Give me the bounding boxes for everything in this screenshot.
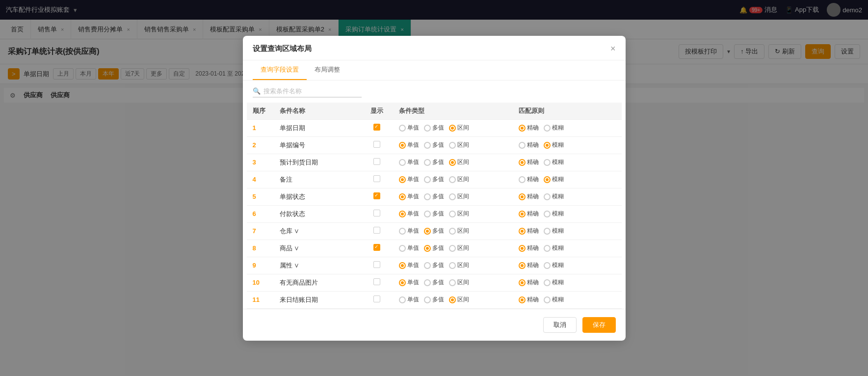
radio-single-circle (399, 262, 406, 269)
radio-fuzzy[interactable]: 模糊 (544, 295, 564, 304)
radio-multi[interactable]: 多值 (424, 192, 444, 201)
radio-fuzzy[interactable]: 模糊 (544, 141, 564, 149)
radio-exact[interactable]: 精确 (519, 210, 539, 218)
row-show-checkbox[interactable] (373, 141, 380, 148)
radio-exact[interactable]: 精确 (519, 278, 539, 287)
radio-range[interactable]: 区间 (449, 141, 469, 149)
modal-close-btn[interactable]: × (610, 44, 616, 54)
radio-range[interactable]: 区间 (449, 175, 469, 184)
radio-single[interactable]: 单值 (399, 227, 419, 235)
save-btn[interactable]: 保存 (582, 317, 616, 333)
radio-range-circle (449, 245, 456, 252)
row-show-checkbox[interactable] (373, 124, 380, 131)
radio-single[interactable]: 单值 (399, 278, 419, 287)
radio-exact[interactable]: 精确 (519, 141, 539, 149)
row-show-checkbox[interactable] (373, 210, 380, 216)
radio-exact[interactable]: 精确 (519, 295, 539, 304)
radio-range-circle (449, 296, 456, 303)
search-input[interactable] (263, 87, 362, 95)
radio-fuzzy-circle (544, 176, 551, 183)
row-show-checkbox[interactable] (373, 175, 380, 182)
row-show-checkbox[interactable] (373, 295, 380, 302)
radio-multi[interactable]: 多值 (424, 158, 444, 166)
radio-single-circle (399, 159, 406, 166)
radio-fuzzy-circle (544, 279, 551, 286)
radio-single[interactable]: 单值 (399, 244, 419, 252)
modal-tab-layout[interactable]: 布局调整 (307, 60, 348, 80)
row-show-checkbox[interactable] (373, 158, 380, 165)
radio-multi[interactable]: 多值 (424, 244, 444, 252)
row-show-checkbox[interactable] (373, 261, 380, 268)
radio-range[interactable]: 区间 (449, 192, 469, 201)
radio-exact[interactable]: 精确 (519, 227, 539, 235)
radio-single[interactable]: 单值 (399, 295, 419, 304)
radio-exact[interactable]: 精确 (519, 124, 539, 132)
radio-multi[interactable]: 多值 (424, 261, 444, 269)
row-show-checkbox-cell (361, 274, 393, 291)
radio-exact[interactable]: 精确 (519, 244, 539, 252)
radio-exact-circle (519, 228, 526, 235)
row-show-checkbox[interactable] (373, 192, 380, 199)
radio-exact[interactable]: 精确 (519, 175, 539, 184)
radio-fuzzy[interactable]: 模糊 (544, 175, 564, 184)
modal-search-section: 🔍 (243, 81, 626, 103)
modal-footer: 取消 保存 (243, 309, 626, 341)
radio-single[interactable]: 单值 (399, 124, 419, 132)
radio-multi[interactable]: 多值 (424, 124, 444, 132)
row-type-cell: 单值 多值 区间 (393, 119, 513, 136)
radio-fuzzy[interactable]: 模糊 (544, 227, 564, 235)
row-match-cell: 精确 模糊 (513, 291, 621, 308)
row-type-cell: 单值 多值 区间 (393, 171, 513, 188)
radio-range[interactable]: 区间 (449, 158, 469, 166)
row-match-cell: 精确 模糊 (513, 240, 621, 257)
radio-fuzzy[interactable]: 模糊 (544, 124, 564, 132)
radio-exact-circle (519, 125, 526, 132)
radio-fuzzy[interactable]: 模糊 (544, 158, 564, 166)
radio-single[interactable]: 单值 (399, 192, 419, 201)
radio-range[interactable]: 区间 (449, 295, 469, 304)
radio-fuzzy[interactable]: 模糊 (544, 192, 564, 201)
radio-multi[interactable]: 多值 (424, 210, 444, 218)
radio-range[interactable]: 区间 (449, 210, 469, 218)
col-header-order: 顺序 (247, 103, 274, 120)
radio-range[interactable]: 区间 (449, 278, 469, 287)
row-order: 4 (247, 171, 274, 188)
radio-multi[interactable]: 多值 (424, 295, 444, 304)
radio-single[interactable]: 单值 (399, 141, 419, 149)
row-condition-name: 单据日期 (274, 119, 361, 136)
radio-exact[interactable]: 精确 (519, 261, 539, 269)
radio-fuzzy[interactable]: 模糊 (544, 261, 564, 269)
radio-multi[interactable]: 多值 (424, 175, 444, 184)
col-header-name: 条件名称 (274, 103, 361, 120)
radio-range-circle (449, 262, 456, 269)
row-show-checkbox-cell (361, 136, 393, 154)
row-condition-name: 仓库 ∨ (274, 222, 361, 240)
radio-multi[interactable]: 多值 (424, 278, 444, 287)
radio-multi[interactable]: 多值 (424, 227, 444, 235)
radio-range[interactable]: 区间 (449, 124, 469, 132)
table-row: 11来日结账日期 单值 多值 区间 精确 (247, 291, 622, 308)
radio-exact-circle (519, 159, 526, 166)
modal-tab-query-fields[interactable]: 查询字段设置 (253, 60, 307, 80)
row-show-checkbox-cell (361, 171, 393, 188)
radio-single[interactable]: 单值 (399, 261, 419, 269)
row-show-checkbox[interactable] (373, 278, 380, 285)
radio-single[interactable]: 单值 (399, 175, 419, 184)
radio-single[interactable]: 单值 (399, 210, 419, 218)
radio-multi-circle (424, 159, 431, 166)
radio-fuzzy[interactable]: 模糊 (544, 244, 564, 252)
row-show-checkbox[interactable] (373, 244, 380, 251)
row-condition-name: 单据编号 (274, 136, 361, 154)
radio-fuzzy[interactable]: 模糊 (544, 210, 564, 218)
radio-exact[interactable]: 精确 (519, 158, 539, 166)
radio-fuzzy[interactable]: 模糊 (544, 278, 564, 287)
radio-range[interactable]: 区间 (449, 227, 469, 235)
radio-range[interactable]: 区间 (449, 244, 469, 252)
cancel-btn[interactable]: 取消 (543, 317, 577, 333)
row-show-checkbox[interactable] (373, 227, 380, 234)
radio-multi[interactable]: 多值 (424, 141, 444, 149)
radio-multi-circle (424, 142, 431, 149)
radio-exact[interactable]: 精确 (519, 192, 539, 201)
radio-range[interactable]: 区间 (449, 261, 469, 269)
radio-single[interactable]: 单值 (399, 158, 419, 166)
